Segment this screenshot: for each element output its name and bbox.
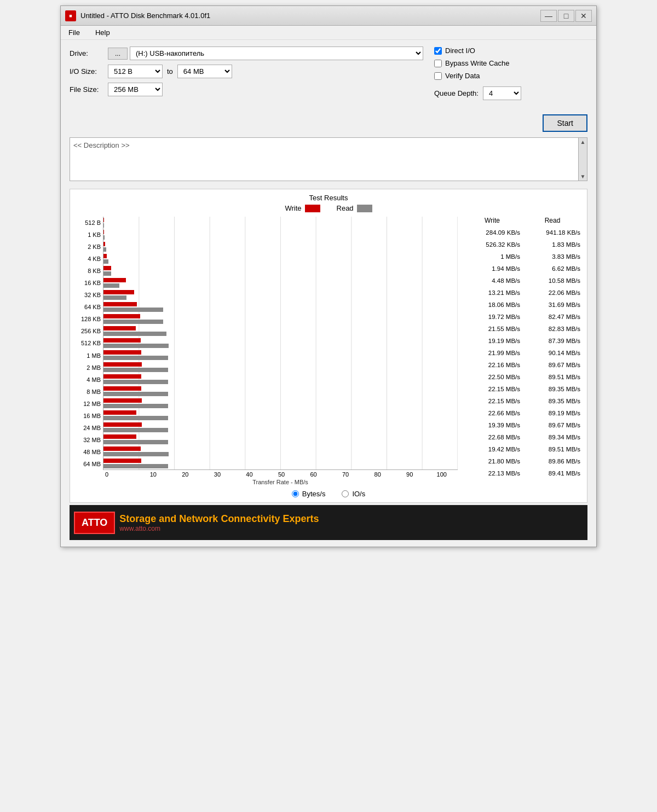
form-section: Drive: ... (H:) USB-накопитель I/O Size:… [70,47,587,132]
scroll-down-icon[interactable]: ▼ [580,173,586,179]
table-row: 22.15 MB/s89.35 MB/s [462,395,583,407]
table-row: 22.15 MB/s89.35 MB/s [462,383,583,395]
bar-read [103,464,168,468]
bar-write [103,398,142,403]
y-label: 16 KB [74,277,101,289]
main-content: Drive: ... (H:) USB-накопитель I/O Size:… [61,40,596,547]
y-label: 64 MB [74,458,101,470]
drive-label: Drive: [70,49,108,57]
form-right: Direct I/O Bypass Write Cache Verify Dat… [434,47,587,132]
bar-write [103,278,126,282]
y-label: 4 KB [74,253,101,265]
maximize-button[interactable]: □ [558,10,574,22]
y-label: 512 B [74,217,101,229]
write-cell: 18.06 MB/s [462,301,522,308]
bar-row [103,289,458,301]
read-legend: Read [337,204,372,212]
y-label: 4 MB [74,374,101,386]
x-tick: 50 [266,471,298,478]
bypass-write-cache-checkbox[interactable] [434,60,442,67]
bar-read [103,440,168,444]
bars-container [103,217,458,470]
read-cell: 6.62 MB/s [522,265,583,272]
file-size-select[interactable]: 256 MB [108,83,163,96]
direct-io-checkbox[interactable] [434,47,442,55]
bar-row [103,277,458,289]
atto-text: Storage and Network Connectivity Experts… [119,513,319,532]
window-controls: — □ ✕ [540,10,592,22]
bar-write [103,422,142,427]
menu-file[interactable]: File [65,27,83,38]
bar-read [103,223,104,228]
drive-browse-button[interactable]: ... [108,48,128,60]
close-button[interactable]: ✕ [575,10,592,22]
menu-bar: File Help [61,26,596,40]
write-cell: 1 MB/s [462,253,522,260]
write-cell: 13.21 MB/s [462,289,522,296]
bar-row [103,385,458,397]
y-label: 16 MB [74,410,101,422]
drive-select[interactable]: (H:) USB-накопитель [130,47,423,60]
atto-logo: ATTO [74,512,115,534]
io-size-from-select[interactable]: 512 B [108,65,163,78]
io-radio[interactable] [342,490,349,497]
test-results-section: Test Results Write Read 512 B1 KB2 KB4 K… [70,189,587,503]
bar-write [103,350,141,355]
read-cell: 87.39 MB/s [522,338,583,344]
queue-depth-select[interactable]: 4 [483,86,521,100]
file-size-label: File Size: [70,85,108,94]
description-scrollbar[interactable]: ▲ ▼ [578,138,587,181]
start-button[interactable]: Start [543,114,587,132]
bar-read [103,247,106,252]
y-label: 48 MB [74,446,101,458]
table-row: 21.80 MB/s89.86 MB/s [462,455,583,467]
menu-help[interactable]: Help [92,27,113,38]
scroll-up-icon[interactable]: ▲ [580,139,586,145]
write-legend-label: Write [285,204,301,212]
y-axis-labels: 512 B1 KB2 KB4 KB8 KB16 KB32 KB64 KB128 … [74,217,103,470]
atto-url: www.atto.com [119,525,319,532]
read-cell: 89.41 MB/s [522,470,583,477]
bypass-write-cache-checkbox-row[interactable]: Bypass Write Cache [434,59,587,67]
bar-read [103,320,163,324]
io-size-to-select[interactable]: 64 MB [177,65,232,78]
table-row: 21.99 MB/s90.14 MB/s [462,347,583,359]
direct-io-checkbox-row[interactable]: Direct I/O [434,47,587,55]
data-rows-container: 284.09 KB/s941.18 KB/s526.32 KB/s1.83 MB… [462,227,583,479]
bar-row [103,337,458,349]
write-col-header: Write [462,217,522,224]
bar-write [103,302,137,306]
write-cell: 526.32 KB/s [462,241,522,248]
io-radio-row[interactable]: IO/s [342,490,365,498]
y-label: 512 KB [74,337,101,349]
bar-read [103,295,126,300]
y-label: 8 MB [74,386,101,398]
read-cell: 90.14 MB/s [522,350,583,356]
bar-write [103,242,105,246]
write-cell: 19.42 MB/s [462,446,522,453]
write-cell: 22.15 MB/s [462,386,522,392]
read-cell: 10.58 MB/s [522,277,583,284]
x-axis-label: Transfer Rate - MB/s [74,479,458,485]
bar-write [103,218,104,222]
y-label: 128 KB [74,313,101,325]
table-row: 21.55 MB/s82.83 MB/s [462,323,583,335]
verify-data-checkbox-row[interactable]: Verify Data [434,72,587,80]
read-cell: 89.19 MB/s [522,410,583,416]
read-cell: 82.83 MB/s [522,326,583,332]
file-size-row: File Size: 256 MB [70,83,423,96]
read-cell: 1.83 MB/s [522,241,583,248]
queue-depth-label: Queue Depth: [434,89,479,97]
x-tick: 40 [233,471,266,478]
bytes-radio[interactable] [292,490,299,497]
bar-read [103,283,119,288]
minimize-button[interactable]: — [540,10,557,22]
write-cell: 21.99 MB/s [462,350,522,356]
bytes-radio-row[interactable]: Bytes/s [292,490,326,498]
y-label: 8 KB [74,265,101,277]
verify-data-checkbox[interactable] [434,72,442,80]
read-cell: 89.35 MB/s [522,398,583,404]
table-row: 22.68 MB/s89.34 MB/s [462,431,583,443]
y-label: 12 MB [74,398,101,410]
bar-read [103,416,168,420]
